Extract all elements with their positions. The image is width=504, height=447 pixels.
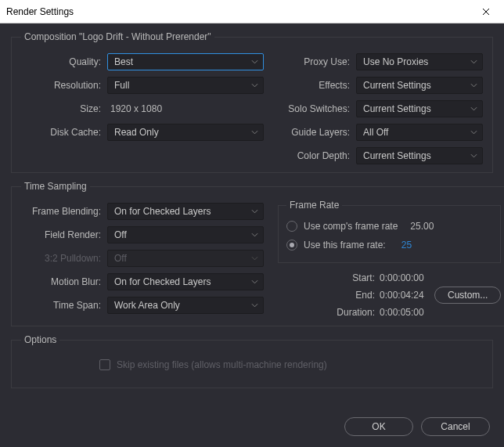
framerate-comp-row[interactable]: Use comp's frame rate 25.00 [286,217,492,236]
depth-select[interactable]: Current Settings [356,147,483,164]
depth-value: Current Settings [363,150,431,161]
fieldrender-value: Off [114,229,127,240]
guide-value: All Off [363,127,388,138]
options-group: Options Skip existing files (allows mult… [11,334,493,388]
chevron-down-icon [251,279,258,284]
cancel-button[interactable]: Cancel [421,417,490,436]
quality-select[interactable]: Best [107,53,264,70]
motionblur-label: Motion Blur: [21,276,107,287]
end-value: 0:00:04:24 [380,290,434,301]
resolution-label: Resolution: [21,80,107,91]
titlebar: Render Settings [0,0,504,23]
chevron-down-icon [251,130,258,135]
solo-select[interactable]: Current Settings [356,100,483,117]
chevron-down-icon [251,83,258,88]
framerate-group: Frame Rate Use comp's frame rate 25.00 U… [278,200,501,263]
size-value: 1920 x 1080 [107,103,162,114]
chevron-down-icon [470,153,477,158]
radio-icon [286,221,297,232]
pulldown-select: Off [107,250,264,267]
close-button[interactable] [468,0,504,23]
effects-value: Current Settings [363,80,431,91]
diskcache-select[interactable]: Read Only [107,124,264,141]
pulldown-label: 3:2 Pulldown: [21,253,107,264]
pulldown-value: Off [114,253,127,264]
chevron-down-icon [470,130,477,135]
solo-label: Solo Switches: [278,103,356,114]
chevron-down-icon [251,233,258,237]
proxy-label: Proxy Use: [278,56,356,67]
quality-label: Quality: [21,56,107,67]
framerate-legend: Frame Rate [286,200,342,211]
radio-icon [286,240,297,251]
chevron-down-icon [470,83,477,88]
solo-value: Current Settings [363,103,431,114]
resolution-value: Full [114,80,129,91]
frameblend-label: Frame Blending: [21,206,107,217]
timespan-value: Work Area Only [114,300,180,311]
chevron-down-icon [251,303,258,308]
ok-button[interactable]: OK [344,417,413,436]
effects-select[interactable]: Current Settings [356,77,483,94]
resolution-select[interactable]: Full [107,77,264,94]
diskcache-label: Disk Cache: [21,127,107,138]
depth-label: Color Depth: [278,150,356,161]
duration-label: Duration: [278,307,380,318]
motionblur-select[interactable]: On for Checked Layers [107,273,264,290]
proxy-select[interactable]: Use No Proxies [356,53,483,70]
close-icon [482,8,490,16]
frameblend-select[interactable]: On for Checked Layers [107,203,264,220]
framerate-custom-label: Use this frame rate: [304,240,386,251]
timesampling-group: Time Sampling Frame Blending: On for Che… [11,181,504,326]
timespan-label: Time Span: [21,300,107,311]
window-title: Render Settings [6,6,468,17]
skip-label: Skip existing files (allows multi-machin… [117,359,327,370]
options-legend: Options [21,334,59,345]
motionblur-value: On for Checked Layers [114,276,211,287]
chevron-down-icon [470,106,477,111]
chevron-down-icon [251,256,258,261]
chevron-down-icon [251,59,258,64]
proxy-value: Use No Proxies [363,56,428,67]
framerate-custom-row[interactable]: Use this frame rate: 25 [286,236,492,254]
framerate-comp-label: Use comp's frame rate [304,221,398,232]
frameblend-value: On for Checked Layers [114,206,211,217]
framerate-custom-input[interactable]: 25 [401,240,412,251]
framerate-comp-value: 25.00 [410,221,434,232]
guide-label: Guide Layers: [278,127,356,138]
composition-legend: Composition "Logo Drift - Without Preren… [21,31,214,42]
diskcache-value: Read Only [114,127,159,138]
timesampling-legend: Time Sampling [21,181,90,192]
quality-value: Best [114,56,133,67]
timespan-select[interactable]: Work Area Only [107,297,264,314]
duration-value: 0:00:05:00 [380,307,434,318]
end-label: End: [278,290,380,301]
guide-select[interactable]: All Off [356,124,483,141]
start-value: 0:00:00:00 [380,272,434,283]
fieldrender-label: Field Render: [21,229,107,240]
composition-group: Composition "Logo Drift - Without Preren… [11,31,493,173]
size-label: Size: [21,103,107,114]
fieldrender-select[interactable]: Off [107,226,264,243]
skip-checkbox [99,359,110,370]
custom-button[interactable]: Custom... [434,287,501,304]
effects-label: Effects: [278,80,356,91]
chevron-down-icon [251,209,258,214]
chevron-down-icon [470,59,477,64]
start-label: Start: [278,272,380,283]
